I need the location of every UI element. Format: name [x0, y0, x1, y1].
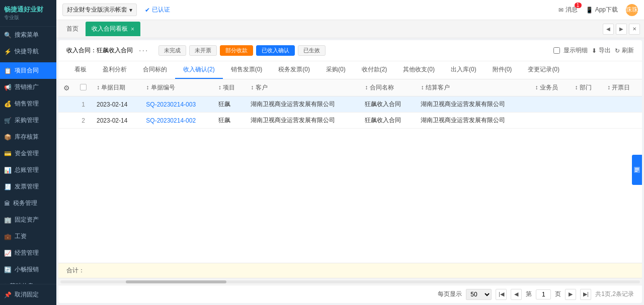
sidebar-item-project-contract[interactable]: 📋 项目合同	[0, 62, 56, 79]
tab-tax-invoice[interactable]: 税务发票(0)	[270, 61, 318, 79]
contract-title-prefix: 收入合同：	[66, 47, 97, 54]
tab-purchase[interactable]: 采购(0)	[318, 61, 354, 79]
app-download-button[interactable]: 📱 App下载	[586, 6, 618, 14]
tab-change-records[interactable]: 变更记录(0)	[520, 61, 568, 79]
sidebar-item-label: 资金管理	[15, 149, 39, 158]
tab-warehouse[interactable]: 出入库(0)	[443, 61, 485, 79]
sidebar-unpin-button[interactable]: 📌 取消固定	[0, 287, 56, 302]
tab-prev-button[interactable]: ◀	[603, 24, 614, 35]
sidebar-item-purchase[interactable]: 🛒 采购管理	[0, 112, 56, 129]
sidebar-item-fixed-assets[interactable]: 🏢 固定资产	[0, 212, 56, 228]
tab-contract-subject[interactable]: 合同标的	[135, 61, 175, 79]
row-settlement-customer: 湖南卫视商业运营发展有限公司	[416, 96, 530, 113]
scroll-track[interactable]	[60, 280, 640, 283]
active-tab[interactable]: 收入合同看板 ×	[86, 22, 140, 36]
status-incomplete[interactable]: 未完成	[158, 45, 186, 56]
row-settings	[58, 96, 75, 113]
message-icon: ✉	[558, 7, 564, 14]
note-icon[interactable]	[632, 155, 642, 185]
page-input[interactable]	[536, 289, 551, 299]
row-department	[570, 113, 602, 129]
user-profile[interactable]: 珠珠	[626, 4, 638, 16]
tab-close-button[interactable]: ×	[131, 26, 134, 33]
inventory-icon: 📦	[4, 134, 12, 141]
show-details-checkbox[interactable]	[553, 47, 560, 54]
sidebar-item-label: 工资	[15, 232, 27, 241]
sidebar-item-tax[interactable]: 🏛 税务管理	[0, 195, 56, 212]
logo-main: 畅捷通好业财	[4, 5, 52, 14]
next-page-button[interactable]: ▶	[565, 289, 576, 300]
col-salesperson-label: ↕ 业务员	[535, 84, 558, 91]
row-order-no: SQ-20230214-003	[141, 96, 213, 113]
tab-close-all-button[interactable]: ✕	[629, 24, 640, 35]
page-label-end: 页	[555, 290, 561, 298]
export-button[interactable]: ⬇ 导出	[592, 46, 611, 55]
order-no-link[interactable]: SQ-20230214-003	[146, 101, 196, 108]
tab-revenue-confirm[interactable]: 收入确认(2)	[175, 61, 223, 79]
topbar: 好业财专业版演示帐套 ▾ ✔ 已认证 ✉ 1 消息 📱 App下载 珠珠	[56, 0, 644, 20]
tab-other-income[interactable]: 其他收支(0)	[395, 61, 443, 79]
export-label: 导出	[599, 46, 611, 55]
refresh-button[interactable]: ↻ 刷新	[615, 46, 634, 55]
management-icon: 📈	[4, 250, 12, 257]
company-selector[interactable]: 好业财专业版演示帐套 ▾	[62, 4, 137, 16]
scroll-thumb[interactable]	[126, 280, 226, 283]
export-icon: ⬇	[592, 47, 597, 54]
select-all-checkbox[interactable]	[80, 84, 87, 90]
project-contract-icon: 📋	[4, 67, 12, 74]
horizontal-scrollbar[interactable]	[58, 278, 642, 285]
sidebar-item-inventory[interactable]: 📦 库存核算	[0, 129, 56, 145]
verified-label: 已认证	[152, 6, 170, 14]
row-project: 狂飙	[213, 113, 246, 129]
settings-icon[interactable]: ⚙	[63, 84, 70, 92]
order-no-link[interactable]: SQ-20230214-002	[146, 117, 196, 124]
logo-sub: 专业版	[4, 14, 52, 21]
expense-icon: 🔄	[4, 266, 12, 273]
pagination: 每页显示 50 20 100 |◀ ◀ 第 页 ▶ ▶| 共1页,2条记录	[58, 285, 642, 303]
show-details-label: 显示明细	[564, 46, 588, 55]
status-uninvoiced[interactable]: 未开票	[189, 45, 217, 56]
status-revenue-confirmed[interactable]: 已收入确认	[256, 45, 295, 56]
active-tab-label: 收入合同看板	[92, 25, 128, 33]
sidebar-item-funds[interactable]: 💳 资金管理	[0, 145, 56, 162]
tab-kanban[interactable]: 看板	[66, 61, 95, 79]
status-effective[interactable]: 已生效	[298, 45, 326, 56]
note-svg	[633, 166, 641, 174]
sidebar-item-invoice[interactable]: 🧾 发票管理	[0, 178, 56, 195]
home-tab[interactable]: 首页	[60, 22, 85, 36]
verified-icon: ✔	[145, 7, 150, 14]
show-details-toggle[interactable]: 显示明细	[553, 46, 588, 55]
sidebar-item-ledger[interactable]: 📊 总账管理	[0, 162, 56, 178]
sidebar-item-salary[interactable]: 💼 工资	[0, 228, 56, 245]
dropdown-icon: ▾	[129, 7, 132, 14]
pagination-info: 共1页,2条记录	[595, 290, 634, 298]
prev-page-button[interactable]: ◀	[511, 289, 522, 300]
search-icon: 🔍	[4, 32, 12, 39]
home-tab-label: 首页	[66, 25, 78, 32]
sidebar-item-label: 固定资产	[15, 216, 39, 224]
tab-attachments[interactable]: 附件(0)	[485, 61, 520, 79]
per-page-select[interactable]: 50 20 100	[466, 289, 492, 300]
sidebar-item-marketing[interactable]: 📢 营销推广	[0, 79, 56, 95]
last-page-button[interactable]: ▶|	[580, 289, 591, 300]
status-partial-received[interactable]: 部分收款	[220, 45, 253, 56]
sidebar-item-label: 小畅报销	[15, 265, 39, 274]
tab-sales-invoice[interactable]: 销售发票(0)	[223, 61, 271, 79]
sales-icon: 💰	[4, 100, 12, 108]
sidebar-item-label: 销售管理	[15, 99, 39, 108]
tab-profit-analysis[interactable]: 盈利分析	[95, 61, 135, 79]
per-page-label: 每页显示	[438, 290, 462, 298]
contract-more-button[interactable]: ···	[139, 46, 148, 55]
sidebar-item-expense[interactable]: 🔄 小畅报销	[0, 261, 56, 278]
sidebar-search[interactable]: 🔍 搜索菜单	[0, 27, 56, 43]
tab-payment[interactable]: 收付款(2)	[354, 61, 395, 79]
tab-next-button[interactable]: ▶	[616, 24, 627, 35]
sidebar-item-sales[interactable]: 💰 销售管理	[0, 95, 56, 112]
sidebar-quick-nav[interactable]: ⚡ 快捷导航	[0, 43, 56, 60]
sidebar-item-management[interactable]: 📈 经营管理	[0, 245, 56, 261]
first-page-button[interactable]: |◀	[496, 289, 507, 300]
sidebar-item-basic-info[interactable]: ℹ 基础信息	[0, 278, 56, 284]
funds-icon: 💳	[4, 150, 12, 157]
sidebar-bottom: 📌 取消固定	[0, 284, 56, 305]
message-button[interactable]: ✉ 1 消息	[558, 6, 578, 14]
